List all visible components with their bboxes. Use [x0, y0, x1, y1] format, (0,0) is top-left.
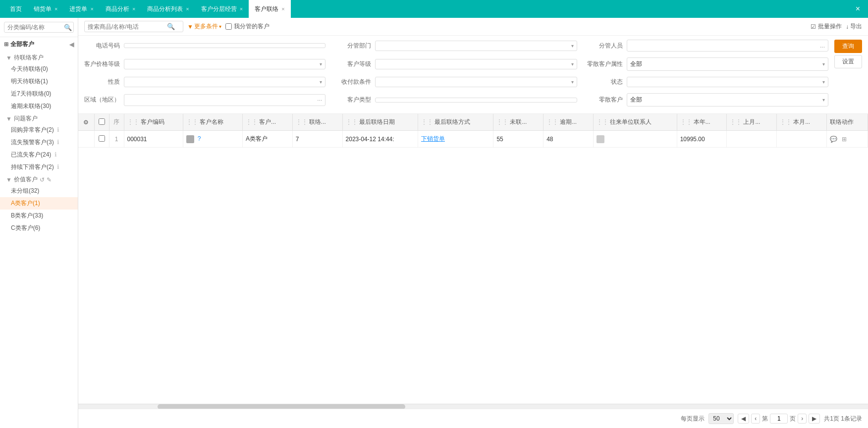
dept-dropdown[interactable]: ▾ — [375, 41, 577, 51]
sidebar-item-ungroup[interactable]: 未分组(32) — [0, 185, 78, 197]
action-message-icon[interactable]: 💬 — [830, 136, 837, 143]
manager-input[interactable]: ... — [627, 40, 828, 52]
first-page-button[interactable]: ◀ — [738, 414, 749, 424]
sidebar-item-repurchase[interactable]: 回购异常客户(2) ℹ — [0, 124, 78, 136]
prev-page-button[interactable]: ‹ — [751, 414, 760, 424]
search-button[interactable]: 查询 — [834, 40, 862, 53]
filter-region: 区域（地区） ··· — [84, 94, 326, 106]
nav-purchase-close[interactable]: × — [90, 6, 93, 12]
cell-name[interactable]: ? — [183, 131, 243, 148]
col-this-month[interactable]: ⋮⋮本月... — [777, 114, 827, 131]
nav-product-list[interactable]: 商品分析列表 × — [141, 0, 195, 18]
cell-seq: 1 — [109, 131, 124, 148]
sidebar-item-week[interactable]: 近7天待联络(0) — [0, 88, 78, 100]
global-close-button[interactable]: × — [852, 4, 864, 13]
col-action: 联络动作 — [826, 114, 868, 131]
payment-arrow: ▾ — [571, 79, 574, 85]
edit-icon[interactable]: ✎ — [47, 176, 52, 183]
page-label: 第 — [762, 415, 768, 423]
export-button[interactable]: ↓ 导出 — [846, 22, 862, 31]
filter-manager: 分管人员 ... — [587, 40, 828, 52]
filter-row-2: 客户价格等级 ▾ 客户等级 ▾ — [84, 57, 828, 71]
nature-dropdown[interactable]: ▾ — [124, 77, 326, 87]
contact-person-avatar — [597, 135, 604, 143]
col-last-date[interactable]: ⋮⋮最后联络日期 — [342, 114, 418, 131]
sidebar-item-declining[interactable]: 持续下滑客户(2) ℹ — [0, 161, 78, 173]
nav-sales[interactable]: 销货单 × — [28, 0, 63, 18]
status-dropdown[interactable]: ▾ — [627, 77, 828, 87]
retail-customer-dropdown[interactable]: 全部 ▾ — [627, 93, 828, 107]
row-checkbox[interactable] — [99, 135, 105, 142]
payment-dropdown[interactable]: ▾ — [375, 77, 577, 87]
more-conditions-button[interactable]: ▼ 更多条件 ▾ — [187, 22, 221, 31]
sidebar-item-tomorrow[interactable]: 明天待联络(1) — [0, 75, 78, 88]
col-overdue[interactable]: ⋮⋮逾期... — [543, 114, 594, 131]
my-customers-checkbox[interactable] — [225, 23, 232, 30]
refresh-icon[interactable]: ↺ — [40, 176, 45, 183]
cell-this-year: 10995.00 — [677, 131, 727, 148]
col-checkbox — [94, 114, 109, 131]
sidebar-search-input[interactable] — [4, 22, 74, 33]
cell-overdue: 48 — [543, 131, 594, 148]
sidebar-collapse-icon[interactable]: ◀ — [69, 41, 74, 48]
settings-button[interactable]: 设置 — [834, 55, 862, 68]
sidebar-item-today[interactable]: 今天待联络(0) — [0, 63, 78, 75]
col-last-month[interactable]: ⋮⋮上月... — [727, 114, 777, 131]
col-contact[interactable]: ⋮⋮联络... — [292, 114, 342, 131]
col-settings[interactable]: ⚙ — [78, 114, 94, 131]
sidebar-item-lost[interactable]: 已流失客户(24) ℹ — [0, 149, 78, 161]
select-all-checkbox[interactable] — [99, 118, 105, 125]
col-not-contact[interactable]: ⋮⋮未联... — [493, 114, 543, 131]
col-this-year[interactable]: ⋮⋮本年... — [677, 114, 727, 131]
price-level-dropdown[interactable]: ▾ — [124, 59, 326, 69]
export-icon: ↓ — [846, 23, 849, 30]
nav-customer-tier-close[interactable]: × — [240, 6, 243, 12]
col-code[interactable]: ⋮⋮客户编码 — [124, 114, 183, 131]
nav-customer-contact[interactable]: 客户联络 × — [249, 0, 290, 18]
cell-action: 💬 ⊞ — [826, 131, 868, 148]
region-input[interactable]: ··· — [124, 94, 326, 106]
per-page-select[interactable]: 50 100 200 — [708, 413, 734, 424]
cell-type: A类客户 — [243, 131, 293, 148]
retail-customer-arrow: ▾ — [822, 97, 825, 103]
group-arrow-problem: ▼ — [6, 115, 12, 122]
sidebar-item-typeC[interactable]: C类客户(6) — [0, 222, 78, 234]
cell-last-method[interactable]: 下销货单 — [418, 131, 493, 148]
filter-customer-type: 客户类型 — [335, 96, 577, 104]
col-seq: 序 — [109, 114, 124, 131]
sidebar-item-overdue[interactable]: 逾期未联络(30) — [0, 100, 78, 112]
col-last-method[interactable]: ⋮⋮最后联络方式 — [418, 114, 493, 131]
filter-search-input[interactable] — [88, 23, 167, 30]
nav-product-analysis[interactable]: 商品分析 × — [100, 0, 141, 18]
customer-type-input[interactable] — [375, 98, 577, 103]
phone-input[interactable] — [124, 43, 326, 48]
next-page-button[interactable]: › — [798, 414, 807, 424]
sidebar-item-typeA[interactable]: A类客户(1) — [0, 197, 78, 210]
nav-product-analysis-close[interactable]: × — [132, 6, 135, 12]
col-type[interactable]: ⋮⋮客户... — [243, 114, 293, 131]
cell-last-date: 2023-04-12 14:44: — [342, 131, 418, 148]
nav-purchase[interactable]: 进货单 × — [63, 0, 99, 18]
dept-dropdown-arrow: ▾ — [571, 43, 574, 49]
customer-level-dropdown[interactable]: ▾ — [375, 59, 577, 69]
sidebar-item-churn[interactable]: 流失预警客户(3) ℹ — [0, 136, 78, 149]
horizontal-scrollbar[interactable] — [78, 404, 868, 409]
filter-payment: 收付款条件 ▾ — [335, 77, 577, 87]
col-name[interactable]: ⋮⋮客户名称 — [183, 114, 243, 131]
main-layout: 🔍 ⊞ 全部客户 ◀ ▼ 待联络客户 今天待联络(0) 明天待联络(1) 近7天… — [0, 18, 868, 428]
batch-ops-button[interactable]: ☑ 批量操作 — [811, 22, 842, 31]
page-number-input[interactable] — [770, 414, 788, 424]
filter-bar: 🔍 ▼ 更多条件 ▾ 我分管的客户 ☑ 批量操作 ↓ 导出 — [78, 18, 868, 36]
nav-sales-close[interactable]: × — [54, 6, 57, 12]
nav-customer-tier[interactable]: 客户分层经营 × — [195, 0, 249, 18]
sidebar-item-typeB[interactable]: B类客户(33) — [0, 210, 78, 222]
action-link-icon[interactable]: ⊞ — [842, 136, 847, 143]
col-contact-person[interactable]: ⋮⋮往来单位联系人 — [593, 114, 677, 131]
retail-attr-dropdown[interactable]: 全部 ▾ — [627, 57, 828, 71]
nav-product-list-close[interactable]: × — [186, 6, 189, 12]
top-navigation: 首页 销货单 × 进货单 × 商品分析 × 商品分析列表 × 客户分层经营 × … — [0, 0, 868, 18]
filter-action-buttons: 查询 设置 — [834, 40, 862, 109]
nav-home[interactable]: 首页 — [4, 0, 28, 18]
last-page-button[interactable]: ▶ — [809, 414, 820, 424]
nav-customer-contact-close[interactable]: × — [281, 6, 284, 12]
